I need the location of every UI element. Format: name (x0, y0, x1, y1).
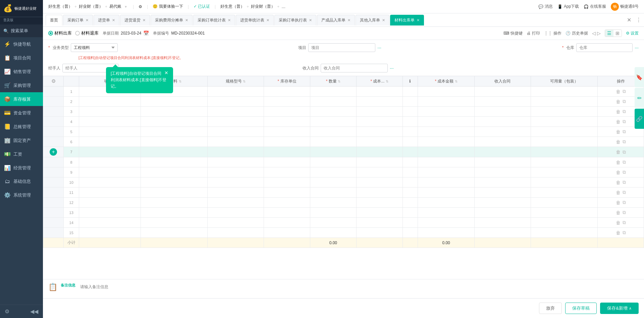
table-cell[interactable] (474, 167, 531, 177)
col-sort-成本金额[interactable]: ⇅ (455, 80, 458, 83)
save-draft-button[interactable]: 保存草稿 (565, 303, 597, 314)
table-cell[interactable] (418, 167, 474, 177)
col-sort-数量[interactable]: ⇅ (338, 80, 340, 83)
table-cell[interactable] (356, 177, 402, 188)
table-cell[interactable] (418, 208, 474, 218)
tab-close-采购订单统计表[interactable]: ✕ (228, 18, 231, 22)
tab-close-进货退货[interactable]: ✕ (143, 18, 146, 22)
table-cell[interactable] (356, 218, 402, 228)
tab-采购费用分摊单[interactable]: 采购费用分摊单 ✕ (151, 15, 193, 25)
table-cell[interactable] (207, 228, 264, 238)
tab-产成品入库单[interactable]: 产成品入库单 ✕ (317, 15, 355, 25)
table-cell[interactable] (531, 157, 598, 167)
income-contract-input[interactable] (321, 64, 388, 72)
col-可用量[interactable]: 可用量（包装） (531, 76, 598, 87)
table-cell[interactable] (264, 97, 310, 107)
table-cell[interactable] (402, 177, 418, 188)
delete-icon[interactable]: 🗑 (616, 170, 621, 175)
table-cell[interactable] (474, 117, 531, 127)
copy-icon[interactable]: ⧉ (623, 169, 626, 175)
table-cell[interactable] (310, 127, 356, 137)
table-cell[interactable] (531, 87, 598, 97)
table-cell[interactable] (79, 137, 141, 147)
view-list[interactable]: ☰ (605, 30, 613, 37)
topbar-settings[interactable]: ⚙ (139, 4, 142, 9)
table-cell[interactable] (207, 177, 264, 188)
table-cell[interactable] (79, 167, 141, 177)
table-cell[interactable] (141, 228, 207, 238)
tooltip-close[interactable]: ✕ (164, 70, 168, 75)
col-库存单位[interactable]: * 库存单位 (264, 76, 310, 87)
table-cell[interactable] (474, 87, 531, 97)
table-cell[interactable] (264, 188, 310, 198)
active-row-project-input[interactable] (82, 150, 138, 154)
income-contract-dots[interactable]: ··· (390, 65, 394, 71)
table-cell[interactable] (79, 228, 141, 238)
radio-材料退库[interactable]: 材料退库 (75, 30, 99, 36)
topbar-certified[interactable]: ✓ 已认证 (194, 4, 210, 9)
copy-icon[interactable]: ⧉ (623, 200, 626, 205)
sidebar-item-系统管理[interactable]: ⚙️ 系统管理 (0, 188, 43, 202)
delete-icon[interactable]: 🗑 (616, 129, 621, 135)
table-cell[interactable] (402, 147, 418, 157)
table-cell[interactable] (79, 198, 141, 208)
topbar-nav-good[interactable]: 好生意（普） (220, 4, 245, 9)
col-成本[interactable]: * 成本... ⇅ (356, 76, 402, 87)
table-cell[interactable] (207, 117, 264, 127)
tab-more[interactable]: ⋮ (636, 17, 641, 23)
table-cell[interactable] (418, 157, 474, 167)
table-cell[interactable] (474, 218, 531, 228)
tab-close-采购订单执行表[interactable]: ✕ (309, 18, 312, 22)
table-cell[interactable] (141, 167, 207, 177)
table-cell[interactable] (474, 208, 531, 218)
col-sort-规格[interactable]: ⇅ (243, 80, 246, 83)
table-cell[interactable] (310, 107, 356, 117)
table-cell[interactable] (418, 97, 474, 107)
table-cell[interactable] (310, 137, 356, 147)
tab-其他入库单[interactable]: 其他入库单 ✕ (356, 15, 389, 25)
topbar-nav-finance[interactable]: 好业财（普） (251, 4, 275, 9)
table-cell[interactable] (310, 228, 356, 238)
table-cell[interactable] (79, 208, 141, 218)
table-cell[interactable] (310, 167, 356, 177)
tab-close-进货单统计表[interactable]: ✕ (266, 18, 269, 22)
table-cell[interactable] (402, 208, 418, 218)
delete-icon[interactable]: 🗑 (616, 139, 621, 145)
table-cell[interactable] (207, 208, 264, 218)
table-cell[interactable] (207, 198, 264, 208)
table-cell[interactable] (474, 177, 531, 188)
table-cell[interactable] (531, 117, 598, 127)
table-cell[interactable] (356, 157, 402, 167)
table-cell[interactable] (474, 97, 531, 107)
delete-icon[interactable]: 🗑 (616, 89, 621, 94)
delete-icon[interactable]: 🗑 (616, 190, 621, 195)
table-cell[interactable] (207, 107, 264, 117)
table-cell[interactable] (356, 228, 402, 238)
copy-icon[interactable]: ⧉ (623, 190, 626, 195)
table-cell[interactable] (356, 87, 402, 97)
table-cell[interactable] (418, 107, 474, 117)
table-cell[interactable] (207, 127, 264, 137)
warehouse-input[interactable] (576, 43, 633, 52)
history-btn[interactable]: 🕐 历史单据 (566, 31, 588, 36)
delete-icon[interactable]: 🗑 (616, 220, 621, 225)
tab-window-close[interactable]: ✕ (625, 16, 633, 24)
delete-icon[interactable]: 🗑 (616, 109, 621, 114)
table-cell[interactable] (474, 228, 531, 238)
table-cell[interactable] (79, 188, 141, 198)
table-cell[interactable] (474, 137, 531, 147)
table-cell[interactable] (356, 97, 402, 107)
table-cell[interactable] (356, 208, 402, 218)
topbar-message[interactable]: 💬 消息 (538, 4, 553, 9)
table-cell[interactable] (356, 137, 402, 147)
tab-close-进货单[interactable]: ✕ (112, 18, 115, 22)
copy-icon[interactable]: ⧉ (623, 129, 626, 135)
table-cell[interactable] (474, 188, 531, 198)
delete-icon[interactable]: 🗑 (616, 210, 621, 215)
copy-icon[interactable]: ⧉ (623, 109, 626, 114)
copy-icon[interactable]: ⧉ (623, 139, 626, 145)
delete-icon[interactable]: 🗑 (616, 200, 621, 205)
delete-icon[interactable]: 🗑 (616, 149, 621, 155)
table-cell[interactable] (418, 188, 474, 198)
copy-icon[interactable]: ⧉ (623, 220, 626, 225)
